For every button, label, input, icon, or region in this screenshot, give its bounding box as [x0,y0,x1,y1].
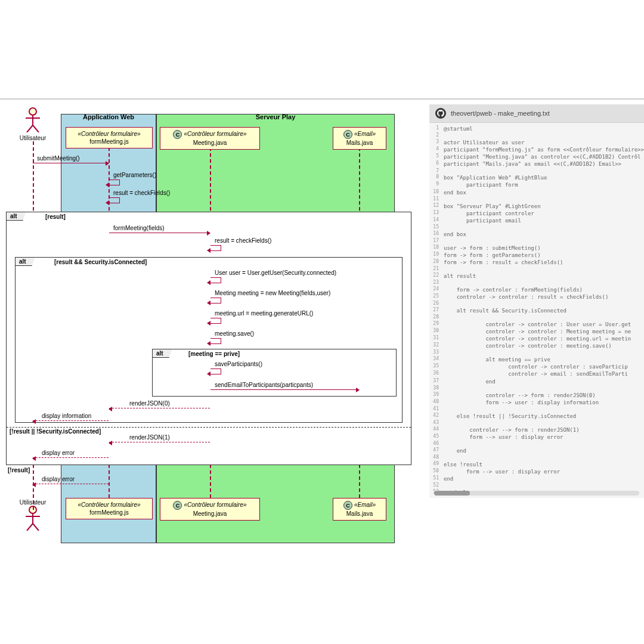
code-line: 22alt result [429,273,644,280]
phead-form-bot: «Contrôleur formulaire»formMeeting.js [66,498,153,519]
code-body[interactable]: 1@startuml23actor Utilisateur as user4pa… [429,123,644,498]
code-header: theovert/pweb - make_meeting.txt [429,104,644,123]
code-line: 13 participant controler [429,210,644,217]
msg-submit: submitMeeting() [37,155,80,162]
selfcall [210,245,221,251]
actor-top: Utilisateur [18,107,48,141]
code-line: 50 form --> user : display error [429,468,644,475]
code-line: 16end box [429,231,644,238]
code-line: 40 form --> user : display information [429,399,644,406]
svg-line-8 [27,524,33,531]
code-line: 32 controler -> controler : meeting.save… [429,342,644,349]
phead-ctrl-top: C«Contrôleur formulaire»Meeting.java [160,127,260,150]
code-line: 20form -> form : result = checkFields() [429,259,644,266]
msg-sendemail: sendEmailToParticipants(particpants) [215,382,313,388]
msg-getuser: User user = User.getUser(Security.connec… [215,270,336,276]
arrow [109,233,210,233]
code-line: 17 [429,238,644,244]
box-play-title: Serveur Play [157,113,394,120]
phead-mail-top: C«Email»Mails.java [333,127,386,150]
code-line: 24 form -> controler : formMeeting(field… [429,286,644,293]
alt-div1 [7,427,411,428]
code-line: 35 controler -> controler : saveParticip [429,363,644,370]
cond4: [!result || !Security.isConnected] [10,428,101,435]
code-line: 39 controler --> form : renderJSON(0) [429,392,644,399]
code-line: 26 [429,301,644,307]
code-line: 52 [429,482,644,489]
msg-savepart: saveParticipants() [215,361,262,367]
code-line: 9 participant form [429,181,644,188]
code-line: 11 [429,196,644,203]
code-line: 1@startuml [429,125,644,132]
code-line: 49else !result [429,461,644,468]
msg-checkfields1: result = checkFields() [113,190,170,196]
svg-line-9 [33,524,39,531]
msg-save: meeting.save() [215,330,254,337]
scrollbar-thumb[interactable] [434,491,470,496]
code-line: 12box "Serveur Play" #LightGreen [429,203,644,210]
code-line: 25 controler -> controler : result = che… [429,293,644,301]
code-line: 4participant "formMeeting.js" as form <<… [429,146,644,153]
arrow-dash [33,420,109,421]
code-pane: theovert/pweb - make_meeting.txt 1@start… [429,104,644,498]
code-line: 2 [429,132,644,139]
selfcall [210,338,221,344]
code-line: 7 [429,168,644,175]
code-line: 31 controler -> controler : meeting.url … [429,335,644,342]
code-line: 21 [429,266,644,273]
selfcall [210,318,221,324]
code-line: 46 [429,441,644,447]
code-line: 34 alt meeting == prive [429,356,644,363]
code-line: 28 [429,314,644,321]
selfcall [109,179,120,185]
code-line: 33 [429,349,644,356]
cond1: [result] [45,213,66,220]
cond2: [result && Security.isConnected] [54,259,147,265]
code-line: 23 [429,280,644,286]
code-line: 8box "Application Web" #LightBlue [429,174,644,181]
svg-point-0 [29,108,36,115]
phead-mail-bot: C«Email»Mails.java [333,498,386,521]
class-icon: C [173,130,182,139]
code-line: 48 [429,454,644,461]
code-line: 27 alt result && Security.isConnected [429,307,644,314]
msg-getparams: getParameters() [113,172,156,178]
phead-ctrl-bot: C«Contrôleur formulaire»Meeting.java [160,498,260,521]
class-icon: C [343,501,352,510]
selfcall [109,197,120,203]
phead-form-top: «Contrôleur formulaire»formMeeting.js [66,127,153,148]
alt-tab: alt [6,212,26,221]
class-icon: C [343,130,352,139]
github-icon [435,108,446,119]
horizontal-scrollbar[interactable] [434,491,639,496]
selfcall [210,369,221,374]
code-line: 15 [429,224,644,231]
code-line: 3actor Utilisateur as user [429,139,644,146]
svg-line-3 [27,125,33,132]
repo-title: theovert/pweb - make_meeting.txt [451,110,550,117]
msg-render1: renderJSON(1) [129,434,170,441]
code-line: 30 controler -> controler : Meeting meet… [429,328,644,335]
code-line: 5participant "Meeting.java" as controler… [429,153,644,160]
arrow-dash [33,457,109,458]
cond5: [!result] [8,467,30,473]
arrow [210,389,359,390]
code-line: 37 end [429,378,644,385]
arrow [33,163,109,163]
code-line: 6participant "Mails.java" as email <<(C,… [429,160,644,168]
code-line: 19form -> form : getParameters() [429,252,644,259]
msg-newmeeting: Meeting meeting = new Meeting(fields,use… [215,290,330,296]
alt-tab: alt [152,349,172,358]
svg-line-4 [33,125,39,132]
alt-tab: alt [15,257,35,266]
code-line: 36 controler -> email : sendEmailToParti [429,370,644,377]
code-line: 42 else !result || !Security.isConnected [429,413,644,420]
code-line: 47 end [429,447,644,454]
code-line: 41 [429,406,644,413]
selfcall [210,298,221,304]
code-line: 43 [429,420,644,426]
separator-line [0,98,644,100]
msg-checkfields2: result = checkFields() [215,237,271,244]
msg-disperr2: display error [42,476,75,482]
code-line: 10end box [429,189,644,196]
